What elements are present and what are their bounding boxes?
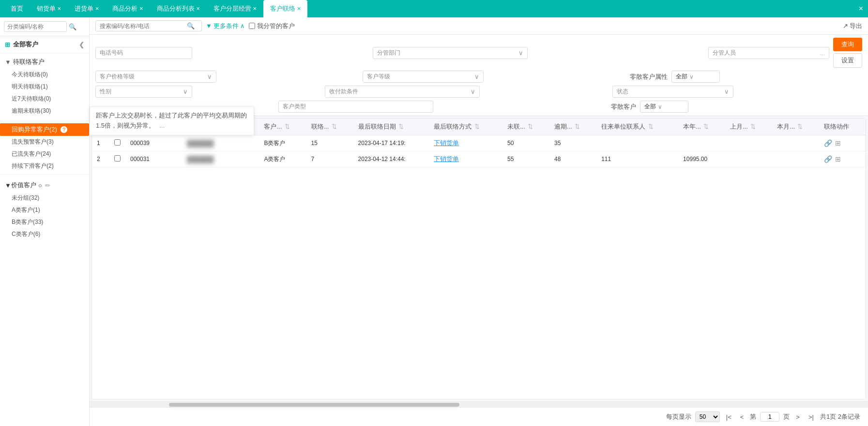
table-row: 1 000039 ██████ B类客户 15 2023-04-17 14:19… bbox=[92, 135, 866, 151]
page-suffix: 页 bbox=[783, 412, 790, 421]
td-overdue-1: 35 bbox=[549, 135, 596, 151]
scroll-thumb[interactable] bbox=[169, 403, 459, 407]
main-layout: 🔍 ⊞ 全部客户 ❮ ▼ 待联络客户 今天待联络(0) 明天待联络(1) 近7天… bbox=[0, 17, 868, 426]
sidebar-item-lost[interactable]: 已流失客户(24) bbox=[0, 148, 89, 160]
sort-overdue-icon[interactable]: ⇅ bbox=[575, 123, 580, 130]
sidebar-item-unclassified[interactable]: 未分组(32) bbox=[0, 192, 89, 204]
per-page-label: 每页显示 bbox=[666, 412, 691, 421]
sort-tmonth-icon[interactable]: ⇅ bbox=[797, 123, 803, 130]
retail-attr-select[interactable]: 全部 ∨ bbox=[671, 71, 720, 83]
td-action-1: 🔗 ⊞ bbox=[819, 135, 866, 151]
sort-unit-icon[interactable]: ⇅ bbox=[648, 123, 654, 130]
search-icon-main[interactable]: 🔍 bbox=[187, 22, 195, 29]
main-search-input[interactable] bbox=[100, 23, 187, 29]
settings-button[interactable]: 设置 bbox=[833, 53, 862, 68]
manager-field[interactable]: 分管人员 ... bbox=[708, 47, 829, 59]
pending-contact-title[interactable]: ▼ 待联络客户 bbox=[0, 55, 89, 69]
pagination-footer: 每页显示 50 100 200 |< < 第 页 > >| 共1页 2条记录 bbox=[90, 407, 868, 426]
action-grid-icon-2[interactable]: ⊞ bbox=[835, 155, 841, 163]
sidebar-item-lost-preview[interactable]: 流失预警客户(3) bbox=[0, 136, 89, 148]
sidebar-all-customers-title: ⊞ 全部客户 ❮ bbox=[0, 36, 89, 53]
per-page-select[interactable]: 50 100 200 bbox=[695, 411, 720, 422]
status-chevron: ∨ bbox=[724, 88, 729, 95]
filter-icon: ▼ bbox=[206, 22, 212, 29]
nav-item-purchase[interactable]: 进货单 × bbox=[68, 0, 106, 17]
page-input[interactable] bbox=[760, 412, 779, 422]
sidebar-search-icon[interactable]: 🔍 bbox=[69, 23, 76, 30]
phone-field[interactable]: 电话号码 bbox=[95, 47, 192, 59]
sort-contact-icon[interactable]: ⇅ bbox=[332, 123, 337, 130]
value-customers-title[interactable]: ▼ 价值客户 ○ ✏ bbox=[0, 178, 89, 192]
sidebar-item-c-class[interactable]: C类客户(6) bbox=[0, 228, 89, 240]
export-btn[interactable]: ↗ 导出 bbox=[843, 22, 862, 30]
sort-type-icon[interactable]: ⇅ bbox=[285, 123, 290, 130]
td-method-2[interactable]: 下销货单 bbox=[429, 151, 503, 167]
retail-customer-select[interactable]: 全部 ∨ bbox=[640, 101, 688, 113]
sidebar-item-tomorrow[interactable]: 明天待联络(1) bbox=[0, 81, 89, 93]
td-method-1[interactable]: 下销货单 bbox=[429, 135, 503, 151]
td-tmonth-1 bbox=[772, 135, 819, 151]
sidebar-item-overdue[interactable]: 逾期未联络(30) bbox=[0, 105, 89, 117]
nav-item-customer-contact[interactable]: 客户联络 × bbox=[263, 0, 307, 17]
customer-name-1: ██████ bbox=[187, 140, 213, 147]
nav-item-home[interactable]: 首页 bbox=[4, 0, 30, 17]
td-contact-2: 7 bbox=[306, 151, 353, 167]
sidebar-item-b-class[interactable]: B类客户(33) bbox=[0, 216, 89, 228]
horizontal-scrollbar[interactable] bbox=[90, 401, 868, 407]
sidebar-collapse-btn[interactable]: ❮ bbox=[79, 41, 84, 48]
row-checkbox-2[interactable] bbox=[114, 155, 121, 162]
payment-field[interactable]: 收付款条件 ∨ bbox=[325, 86, 480, 98]
close-window-button[interactable]: × bbox=[859, 4, 863, 13]
sort-lmonth-icon[interactable]: ⇅ bbox=[750, 123, 756, 130]
td-code-1: 000039 bbox=[125, 135, 182, 151]
td-index-1: 1 bbox=[92, 135, 109, 151]
contact-method-link-1[interactable]: 下销货单 bbox=[434, 139, 459, 147]
action-grid-icon-1[interactable]: ⊞ bbox=[835, 139, 841, 147]
sort-method-icon[interactable]: ⇅ bbox=[474, 123, 480, 130]
sidebar-search-bar: 🔍 bbox=[0, 17, 89, 36]
sort-unlisted-icon[interactable]: ⇅ bbox=[528, 123, 533, 130]
customer-level-field[interactable]: 客户等级 ∨ bbox=[363, 71, 484, 83]
row-checkbox-1[interactable] bbox=[114, 139, 121, 146]
status-field[interactable]: 状态 ∨ bbox=[612, 86, 733, 98]
td-date-1: 2023-04-17 14:19: bbox=[353, 135, 429, 151]
edit-icon[interactable]: ✏ bbox=[45, 182, 50, 189]
sidebar-search-input[interactable] bbox=[4, 21, 67, 32]
my-customers-checkbox-label[interactable]: 我分管的客户 bbox=[249, 22, 295, 30]
gender-field[interactable]: 性别 ∨ bbox=[95, 86, 192, 98]
sidebar-item-a-class[interactable]: A类客户(1) bbox=[0, 204, 89, 216]
more-conditions-btn[interactable]: ▼ 更多条件 ∧ bbox=[206, 22, 245, 30]
total-records-label: 共1页 2条记录 bbox=[820, 412, 860, 421]
tooltip-more[interactable]: ... bbox=[159, 122, 165, 129]
sidebar-item-repurchase-abnormal[interactable]: 回购异常客户(2) ? bbox=[0, 123, 89, 136]
prev-page-btn[interactable]: < bbox=[738, 412, 746, 422]
sidebar-item-declining[interactable]: 持续下滑客户(2) bbox=[0, 160, 89, 172]
action-link-icon-2[interactable]: 🔗 bbox=[824, 155, 832, 163]
next-page-btn[interactable]: > bbox=[793, 412, 802, 422]
nav-item-product-list[interactable]: 商品分析列表 × bbox=[150, 0, 207, 17]
td-code-2: 000031 bbox=[125, 151, 182, 167]
pending-contact-section: ▼ 待联络客户 今天待联络(0) 明天待联络(1) 近7天待联络(0) 逾期未联… bbox=[0, 53, 89, 119]
td-name-2: ██████ bbox=[182, 151, 259, 167]
adv-row-2: 客户价格等级 ∨ 客户等级 ∨ 零散客户属性 全部 ∨ bbox=[95, 71, 862, 83]
sort-year-icon[interactable]: ⇅ bbox=[703, 123, 709, 130]
price-level-field[interactable]: 客户价格等级 ∨ bbox=[95, 71, 216, 83]
customer-type-field[interactable]: 客户类型 bbox=[278, 101, 433, 113]
sort-date-icon[interactable]: ⇅ bbox=[398, 123, 404, 130]
my-customers-checkbox[interactable] bbox=[249, 23, 255, 29]
nav-item-customer-tier[interactable]: 客户分层经营 × bbox=[207, 0, 263, 17]
sidebar-item-today[interactable]: 今天待联络(0) bbox=[0, 69, 89, 81]
dept-field[interactable]: 分管部门 ∨ bbox=[373, 47, 528, 59]
contact-method-link-2[interactable]: 下销货单 bbox=[434, 155, 459, 162]
price-level-chevron: ∨ bbox=[207, 73, 212, 80]
phone-label: 电话号码 bbox=[100, 49, 123, 57]
action-link-icon-1[interactable]: 🔗 bbox=[824, 139, 832, 147]
nav-item-sales[interactable]: 销货单 × bbox=[30, 0, 68, 17]
first-page-btn[interactable]: |< bbox=[724, 412, 734, 422]
sidebar-item-7days[interactable]: 近7天待联络(0) bbox=[0, 93, 89, 105]
query-button[interactable]: 查询 bbox=[833, 38, 862, 51]
last-page-btn[interactable]: >| bbox=[806, 412, 816, 422]
retail-attr-label: 零散客户属性 bbox=[630, 73, 668, 81]
manager-dots[interactable]: ... bbox=[820, 49, 825, 57]
nav-item-product-analysis[interactable]: 商品分析 × bbox=[106, 0, 150, 17]
